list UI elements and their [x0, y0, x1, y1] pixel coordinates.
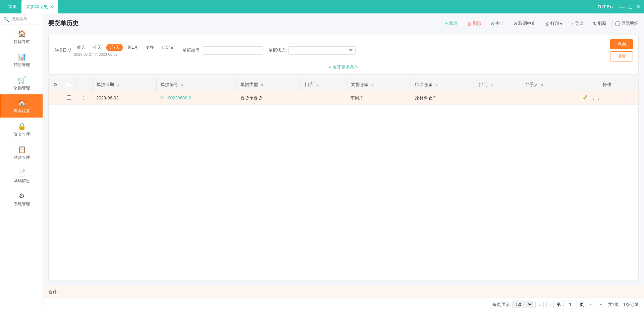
sidebar-item-base-info-label: 基础信息 — [14, 178, 30, 184]
row-no-cell: 1 — [75, 91, 92, 105]
sidebar-item-finance[interactable]: 🔒 资金管理 — [0, 118, 43, 141]
sidebar-search-label: 搜索菜单 — [11, 16, 27, 22]
docno-filter-label: 单据编号 — [182, 47, 200, 53]
toolbar-divider — [612, 20, 613, 27]
col-header-docno[interactable]: 单据编号 ⇅ — [156, 78, 236, 91]
page-num-input[interactable] — [564, 301, 577, 308]
total-info: 共1页，1条记录 — [608, 302, 639, 308]
row-date-cell: 2023-06-02 — [92, 91, 156, 105]
expand-more-conditions[interactable]: ▾ 展开更多条件 — [54, 64, 633, 70]
date-filter-group: 单据日期 昨天 今天 近7天 近1月 更多 自定义 2023-05-27 至 2… — [54, 44, 177, 57]
page-size-select[interactable]: 10 20 50 100 — [513, 301, 533, 308]
main-layout: 🔍 搜索菜单 🏠 快捷导航 📊 销售管理 🛒 采购管理 🏠 库存核算 🔒 资金管… — [0, 13, 644, 311]
row-edit-button[interactable]: 📝 — [580, 94, 588, 102]
sidebar-item-inventory-label: 库存核算 — [14, 108, 30, 114]
first-page-button[interactable]: « — [535, 301, 544, 308]
col-header-pending-warehouse[interactable]: 待出仓库 ⇅ — [411, 78, 475, 91]
sidebar-item-base-info[interactable]: 📄 基础信息 — [0, 164, 43, 187]
page-unit-label: 页 — [580, 302, 584, 308]
docno-input[interactable] — [203, 46, 263, 55]
select-all-checkbox[interactable] — [67, 82, 71, 86]
sidebar-item-sales[interactable]: 📊 销售管理 — [0, 48, 43, 71]
delete-button[interactable]: 🗑 删除 — [464, 19, 485, 28]
print-icon: 🖨 — [545, 21, 549, 26]
home-icon: 🏠 — [18, 30, 26, 38]
gear-icon: ⚙ — [19, 192, 25, 200]
chart-icon: 📊 — [18, 53, 26, 61]
delete-label: 删除 — [473, 20, 481, 27]
refresh-button[interactable]: ↻ 刷新 — [590, 19, 610, 28]
sidebar-item-purchase[interactable]: 🛒 采购管理 — [0, 71, 43, 94]
sort-icon-doctype: ⇅ — [261, 83, 263, 87]
shortcut-1month[interactable]: 近1月 — [125, 44, 141, 51]
filter-panel: 单据日期 昨天 今天 近7天 近1月 更多 自定义 2023-05-27 至 2… — [48, 35, 639, 75]
tab-requisition-history[interactable]: 要货单历史 ✕ — [21, 0, 58, 13]
search-icon: 🔍 — [3, 16, 9, 22]
sidebar-item-inventory[interactable]: 🏠 库存核算 — [0, 94, 43, 118]
col-header-no — [75, 78, 92, 91]
status-select[interactable] — [288, 46, 356, 55]
status-filter-label: 单据状态 — [268, 47, 286, 53]
row-more-button[interactable]: ⋮⋮ — [590, 94, 602, 102]
cancel-stop-button[interactable]: ⊘ 取消中止 — [510, 19, 539, 28]
sort-icon-req-warehouse: ⇅ — [371, 83, 374, 87]
col-header-department[interactable]: 部门 ⇅ — [475, 78, 521, 91]
sort-icon-docno: ⇅ — [180, 83, 183, 87]
sidebar-item-operations[interactable]: 📋 经营管理 — [0, 141, 43, 164]
row-department-cell — [475, 91, 521, 105]
col-header-settings[interactable]: ⚙ — [49, 78, 62, 91]
shortcut-custom[interactable]: 自定义 — [159, 44, 177, 51]
sidebar-item-purchase-label: 采购管理 — [14, 85, 30, 91]
tab-requisition-history-label: 要货单历史 — [26, 4, 48, 10]
cart-icon: 🛒 — [18, 76, 26, 84]
col-header-store[interactable]: 门店 ⇅ — [301, 78, 346, 91]
next-page-button[interactable]: › — [587, 301, 594, 308]
print-dropdown-icon: ▾ — [560, 21, 562, 26]
prev-page-button[interactable]: ‹ — [546, 301, 554, 308]
last-page-button[interactable]: » — [597, 301, 605, 308]
query-button[interactable]: 查询 — [610, 39, 633, 49]
stop-button[interactable]: ⊘ 中止 — [487, 19, 507, 28]
stop-icon: ⊘ — [491, 21, 494, 26]
col-header-date[interactable]: 单据日期 ⇅ — [92, 78, 156, 91]
shortcut-more[interactable]: 更多 — [143, 44, 157, 51]
footer-summary: 合计： — [43, 286, 644, 298]
sidebar-item-system[interactable]: ⚙ 系统管理 — [0, 187, 43, 210]
export-icon: ↑ — [572, 21, 574, 26]
row-docno-link[interactable]: YH-20230602-0 — [160, 95, 191, 100]
inventory-icon: 🏠 — [18, 99, 26, 107]
row-check-cell[interactable] — [62, 91, 75, 105]
print-button[interactable]: 🖨 打印 ▾ — [542, 19, 566, 28]
col-header-handler[interactable]: 经手人 ⇅ — [521, 78, 576, 91]
table-header-row: ⚙ 单据日期 ⇅ 单据编号 ⇅ — [49, 78, 638, 91]
data-table: ⚙ 单据日期 ⇅ 单据编号 ⇅ — [49, 78, 638, 105]
sidebar-search-bar[interactable]: 🔍 搜索菜单 — [0, 13, 43, 25]
cancel-stop-label: 取消中止 — [518, 20, 536, 27]
minimize-icon[interactable]: — — [619, 3, 625, 10]
shortcut-yesterday[interactable]: 昨天 — [74, 44, 88, 51]
sidebar-item-finance-label: 资金管理 — [14, 132, 30, 137]
shortcut-today[interactable]: 今天 — [90, 44, 104, 51]
tab-home[interactable]: 首页 — [3, 0, 21, 13]
maximize-icon[interactable]: □ — [629, 3, 632, 10]
shortcut-7days[interactable]: 近7天 — [106, 44, 123, 51]
sidebar-item-quick-nav[interactable]: 🏠 快捷导航 — [0, 25, 43, 48]
close-window-icon[interactable]: ✕ — [636, 3, 641, 10]
sidebar-item-quick-nav-label: 快捷导航 — [14, 39, 30, 45]
date-shortcuts-container: 昨天 今天 近7天 近1月 更多 自定义 2023-05-27 至 2023-0… — [74, 44, 177, 57]
tab-close-icon[interactable]: ✕ — [50, 4, 53, 9]
print-label: 打印 — [550, 20, 559, 27]
settings-button[interactable]: 设置 — [610, 51, 633, 61]
col-header-doctype[interactable]: 单据类型 ⇅ — [236, 78, 301, 91]
col-header-req-warehouse[interactable]: 要货仓库 ⇅ — [346, 78, 411, 91]
row-checkbox[interactable] — [67, 95, 71, 100]
delete-icon: 🗑 — [467, 21, 472, 26]
stop-label: 中止 — [495, 20, 504, 27]
row-docno-cell[interactable]: YH-20230602-0 — [156, 91, 236, 105]
show-detail-toggle[interactable]: 显示明细 — [615, 20, 639, 27]
export-label: 导出 — [575, 20, 584, 27]
show-detail-checkbox[interactable] — [615, 21, 620, 26]
export-button[interactable]: ↑ 导出 — [569, 19, 587, 28]
summary-label: 合计： — [48, 289, 61, 295]
new-button[interactable]: + 新增 — [442, 19, 461, 28]
